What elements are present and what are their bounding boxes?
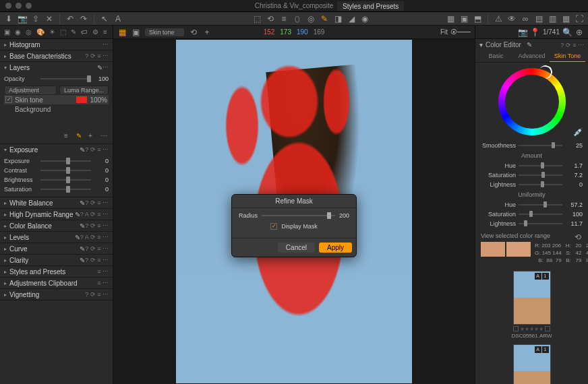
delete-icon[interactable]: ✕ bbox=[45, 14, 54, 24]
luma-range-button[interactable]: Luma Range... bbox=[59, 86, 109, 95]
uni-light-slider[interactable] bbox=[519, 223, 562, 224]
hdr-header[interactable]: ▸High Dynamic Range✎? A ⟳ ≡ ⋯ bbox=[0, 209, 113, 220]
redo-icon[interactable]: ↷ bbox=[79, 14, 88, 24]
window-controls[interactable] bbox=[5, 3, 32, 9]
grid-icon[interactable]: ▦ bbox=[446, 14, 455, 24]
levels-header[interactable]: ▸Levels✎? A ⟳ ≡ ⋯ bbox=[0, 232, 113, 243]
maximize-window[interactable] bbox=[26, 3, 32, 9]
adjustment-menu[interactable]: Adjustment bbox=[4, 86, 57, 95]
base-char-header[interactable]: ▸Base Characteristics? ⟳ ≡ ⋯ bbox=[0, 51, 113, 61]
rotate-icon[interactable]: ⟲ bbox=[266, 14, 275, 24]
layer-brush-icon[interactable]: ✎ bbox=[76, 132, 84, 140]
text-icon[interactable]: A bbox=[113, 14, 123, 24]
amount-hue-slider[interactable] bbox=[519, 165, 562, 166]
lens-tab-icon[interactable]: ◎ bbox=[26, 28, 32, 36]
minimize-window[interactable] bbox=[16, 3, 22, 9]
mask-icon[interactable]: 👁 bbox=[507, 14, 517, 24]
proof-icon[interactable]: ▤ bbox=[534, 14, 543, 24]
display-mask-checkbox[interactable]: ✓ bbox=[270, 223, 277, 230]
close-window[interactable] bbox=[5, 3, 11, 9]
exposure-slider[interactable] bbox=[40, 160, 91, 162]
brightness-slider[interactable] bbox=[40, 179, 91, 181]
brush-icon[interactable]: ✎ bbox=[320, 14, 329, 24]
layout-icon[interactable]: ▦ bbox=[561, 14, 570, 24]
vignetting-header[interactable]: ▸Vignetting? ⟳ ≡ ⋯ bbox=[0, 289, 113, 300]
zoom-slider[interactable]: ⦿━━ bbox=[450, 28, 471, 36]
color-editor-header[interactable]: ▾ Color Editor ✎ ? ⟳ ≡ ⋯ bbox=[475, 39, 588, 51]
radius-slider[interactable] bbox=[262, 215, 335, 216]
thumbnail-item[interactable]: A1 ★★★★★ DSC05562.ARW bbox=[478, 344, 585, 384]
layer-select[interactable]: Skin tone bbox=[144, 28, 185, 37]
swatch-1[interactable] bbox=[481, 242, 505, 257]
output-tab-icon[interactable]: ⚙ bbox=[92, 28, 98, 36]
view-icon[interactable]: ▥ bbox=[548, 14, 557, 24]
layer-visible-checkbox[interactable]: ✓ bbox=[5, 96, 12, 103]
fit-label[interactable]: Fit bbox=[440, 28, 448, 36]
metadata-tab-icon[interactable]: 🏷 bbox=[81, 28, 88, 36]
eraser-icon[interactable]: ◨ bbox=[333, 14, 343, 24]
gradient-icon[interactable]: ◢ bbox=[347, 14, 356, 24]
swatch-2[interactable] bbox=[506, 242, 531, 257]
layer-background[interactable]: Background bbox=[4, 104, 109, 114]
tab-advanced[interactable]: Advanced bbox=[514, 51, 550, 62]
layer-skin-tone[interactable]: ✓ Skin tone 100% bbox=[4, 95, 109, 104]
opacity-slider[interactable] bbox=[40, 78, 91, 79]
layer-menu-icon[interactable]: ≡ bbox=[64, 132, 72, 140]
grid-view-icon[interactable]: ▦ bbox=[117, 28, 127, 37]
white-balance-header[interactable]: ▸White Balance✎? ⟳ ≡ ⋯ bbox=[0, 197, 113, 208]
single-view-icon[interactable]: ▣ bbox=[131, 28, 140, 37]
curve-header[interactable]: ▸Curve✎? ⟳ ≡ ⋯ bbox=[0, 243, 113, 254]
capture-tab-icon[interactable]: ◉ bbox=[15, 28, 21, 36]
adj-clipboard-header[interactable]: ▸Adjustments Clipboard≡ ⋯ bbox=[0, 278, 113, 288]
styles-header[interactable]: ▸Styles and Presets≡ ⋯ bbox=[0, 266, 113, 277]
range-toggle-icon[interactable]: ⟲ bbox=[573, 232, 583, 242]
details-tab-icon[interactable]: ⬚ bbox=[60, 28, 66, 36]
export-icon[interactable]: 📷 bbox=[18, 14, 27, 24]
clarity-header[interactable]: ▸Clarity✎? ⟳ ≡ ⋯ bbox=[0, 255, 113, 265]
compare-icon[interactable]: ▣ bbox=[459, 14, 469, 24]
tab-skin-tone[interactable]: Skin Tone bbox=[550, 51, 585, 62]
uni-hue-slider[interactable] bbox=[519, 204, 562, 205]
smoothness-slider[interactable] bbox=[519, 145, 562, 146]
exposure-tab-icon[interactable]: ☀ bbox=[49, 28, 55, 36]
tab-basic[interactable]: Basic bbox=[478, 51, 514, 62]
library-tab-icon[interactable]: ▣ bbox=[4, 28, 10, 36]
undo-icon[interactable]: ↶ bbox=[65, 14, 75, 24]
title-tab[interactable]: Styles and Presets bbox=[337, 1, 404, 11]
before-icon[interactable]: ⬒ bbox=[473, 14, 482, 24]
layer-more-icon[interactable]: ⋯ bbox=[100, 132, 109, 140]
amount-light-slider[interactable] bbox=[519, 184, 562, 185]
straighten-icon[interactable]: ≡ bbox=[279, 14, 289, 24]
apply-button[interactable]: Apply bbox=[319, 243, 352, 253]
keystone-icon[interactable]: ⬯ bbox=[293, 14, 302, 24]
color-balance-header[interactable]: ▸Color Balance✎? ⟳ ≡ ⋯ bbox=[0, 220, 113, 231]
search-icon[interactable]: 🔍 bbox=[562, 28, 572, 37]
color-wheel[interactable] bbox=[498, 68, 566, 135]
globe-icon[interactable]: ⊕ bbox=[575, 28, 584, 37]
reset-icon[interactable]: ⟲ bbox=[189, 28, 198, 37]
local-tab-icon[interactable]: ✎ bbox=[71, 28, 76, 36]
picker-icon[interactable]: 💉 bbox=[573, 127, 583, 137]
exposure-header[interactable]: ▾Exposure✎? ⟳ ≡ ⋯ bbox=[0, 144, 113, 155]
radial-icon[interactable]: ◉ bbox=[360, 14, 370, 24]
amount-sat-slider[interactable] bbox=[519, 174, 562, 176]
color-tab-icon[interactable]: 🎨 bbox=[36, 28, 45, 36]
pin-icon[interactable]: 📍 bbox=[531, 28, 540, 37]
share-icon[interactable]: ⇪ bbox=[31, 14, 40, 24]
uni-sat-slider[interactable] bbox=[519, 214, 562, 215]
link-icon[interactable]: ∞ bbox=[521, 14, 530, 24]
saturation-slider[interactable] bbox=[40, 189, 91, 190]
fullscreen-icon[interactable]: ⛶ bbox=[575, 14, 584, 24]
cursor-icon[interactable]: ↖ bbox=[100, 14, 109, 24]
crop-icon[interactable]: ⬚ bbox=[252, 14, 262, 24]
warning-icon[interactable]: ⚠ bbox=[494, 14, 503, 24]
batch-tab-icon[interactable]: ≡ bbox=[103, 28, 107, 36]
cancel-button[interactable]: Cancel bbox=[278, 243, 315, 253]
import-icon[interactable]: ⬇ bbox=[4, 14, 13, 24]
spot-icon[interactable]: ◎ bbox=[306, 14, 316, 24]
add-icon[interactable]: + bbox=[202, 28, 212, 37]
histogram-header[interactable]: ▸Histogram⋯ bbox=[0, 39, 113, 50]
layers-header[interactable]: ▾Layers✎⋯ bbox=[0, 62, 113, 73]
layer-add-icon[interactable]: + bbox=[88, 132, 96, 140]
capture-icon[interactable]: 📷 bbox=[519, 28, 528, 37]
